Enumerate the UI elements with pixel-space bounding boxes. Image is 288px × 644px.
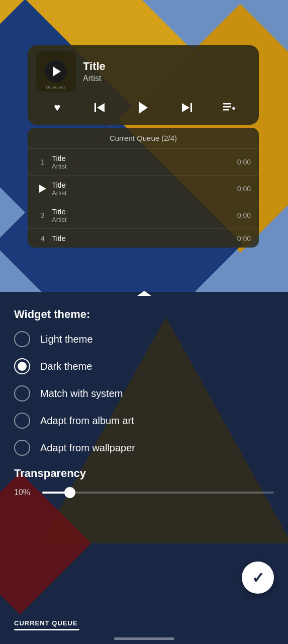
album-play-icon <box>53 66 61 76</box>
queue-item-title: Title <box>52 154 237 163</box>
dark-theme-option[interactable]: Dark theme <box>14 358 274 374</box>
queue-item[interactable]: 3 Title Artist 0:00 <box>28 202 259 229</box>
queue-item-info: Title Artist <box>52 181 237 197</box>
current-queue-text: CURRENT QUEUE <box>14 619 274 627</box>
queue-item-number: 3 <box>36 211 50 219</box>
queue-item-duration: 0:00 <box>237 158 251 166</box>
queue-item-info: Title Artist <box>52 207 237 223</box>
light-theme-label: Light theme <box>40 334 93 345</box>
player-controls: ♥ <box>36 97 251 119</box>
widget-theme-label: Widget theme: <box>14 308 274 321</box>
queue-widget: Current Queue (2/4) 1 Title Artist 0:00 … <box>28 128 259 248</box>
svg-marker-1 <box>97 103 105 112</box>
system-theme-option[interactable]: Match with system <box>14 385 274 401</box>
album-label: Musicales <box>46 85 66 90</box>
player-widget: Musicales Title Artist ♥ <box>28 45 259 125</box>
song-info: Title Artist <box>83 60 251 83</box>
light-theme-radio[interactable] <box>14 331 30 347</box>
queue-item-number: 1 <box>36 158 50 166</box>
wallpaper-theme-radio[interactable] <box>14 440 30 456</box>
queue-item-artist: Artist <box>52 163 237 170</box>
transparency-slider[interactable] <box>42 492 274 494</box>
transparency-section: Transparency 10% <box>14 467 274 497</box>
queue-header: Current Queue (2/4) <box>28 128 259 149</box>
svg-marker-2 <box>139 102 148 114</box>
collapse-handle[interactable] <box>0 287 288 298</box>
svg-rect-6 <box>223 106 231 108</box>
prev-button[interactable] <box>91 99 109 117</box>
play-button[interactable] <box>134 99 152 117</box>
dark-theme-label: Dark theme <box>40 361 92 372</box>
system-theme-label: Match with system <box>40 388 123 399</box>
queue-item-title: Title <box>52 181 237 189</box>
queue-item-duration: 0:00 <box>237 185 251 193</box>
queue-item-info: Title <box>52 234 237 243</box>
dark-theme-radio[interactable] <box>14 358 30 374</box>
system-theme-radio[interactable] <box>14 385 30 401</box>
album-art-theme-option[interactable]: Adapt from album art <box>14 413 274 429</box>
queue-item-artist: Artist <box>52 189 237 197</box>
svg-rect-3 <box>190 103 192 112</box>
queue-item-duration: 0:00 <box>237 234 251 243</box>
queue-item-play-indicator <box>36 185 50 193</box>
queue-item-info: Title Artist <box>52 154 237 170</box>
next-button[interactable] <box>177 99 196 117</box>
song-title: Title <box>83 60 251 73</box>
queue-item-number: 4 <box>36 234 50 243</box>
queue-item-artist: Artist <box>52 216 237 223</box>
settings-panel: Widget theme: Light theme Dark theme Mat… <box>0 298 288 507</box>
queue-item-duration: 0:00 <box>237 211 251 219</box>
song-artist: Artist <box>83 74 251 83</box>
album-art-theme-label: Adapt from album art <box>40 415 134 427</box>
transparency-slider-row: 10% <box>14 488 274 497</box>
transparency-value: 10% <box>14 488 34 497</box>
album-art-theme-radio[interactable] <box>14 413 30 429</box>
chevron-up-icon <box>137 291 151 296</box>
widget-container: Musicales Title Artist ♥ <box>28 45 259 248</box>
queue-item-playing[interactable]: Title Artist 0:00 <box>28 176 259 202</box>
svg-rect-7 <box>223 109 229 111</box>
bottom-bar: CURRENT QUEUE <box>0 612 288 644</box>
add-to-queue-button[interactable] <box>220 99 238 117</box>
transparency-label: Transparency <box>14 467 274 480</box>
queue-item-partial[interactable]: 4 Title 0:00 <box>28 229 259 248</box>
home-bar <box>114 637 174 640</box>
bottom-panel: Widget theme: Light theme Dark theme Mat… <box>0 287 288 507</box>
current-queue-tab[interactable]: CURRENT QUEUE <box>0 612 288 633</box>
confirm-fab[interactable]: ✓ <box>242 561 274 594</box>
tab-indicator <box>14 629 79 630</box>
queue-item[interactable]: 1 Title Artist 0:00 <box>28 149 259 176</box>
svg-rect-5 <box>223 103 231 105</box>
wallpaper-theme-label: Adapt from wallpaper <box>40 442 135 454</box>
like-button[interactable]: ♥ <box>48 99 66 117</box>
svg-rect-0 <box>94 103 96 112</box>
queue-item-title: Title <box>52 207 237 216</box>
svg-marker-4 <box>182 103 189 112</box>
queue-item-title: Title <box>52 234 237 243</box>
slider-thumb[interactable] <box>64 487 75 498</box>
light-theme-option[interactable]: Light theme <box>14 331 274 347</box>
check-icon: ✓ <box>252 569 264 587</box>
home-indicator <box>0 633 288 644</box>
dark-theme-radio-inner <box>18 362 27 371</box>
wallpaper-theme-option[interactable]: Adapt from wallpaper <box>14 440 274 456</box>
svg-rect-9 <box>233 107 235 110</box>
album-art: Musicales <box>36 51 76 92</box>
